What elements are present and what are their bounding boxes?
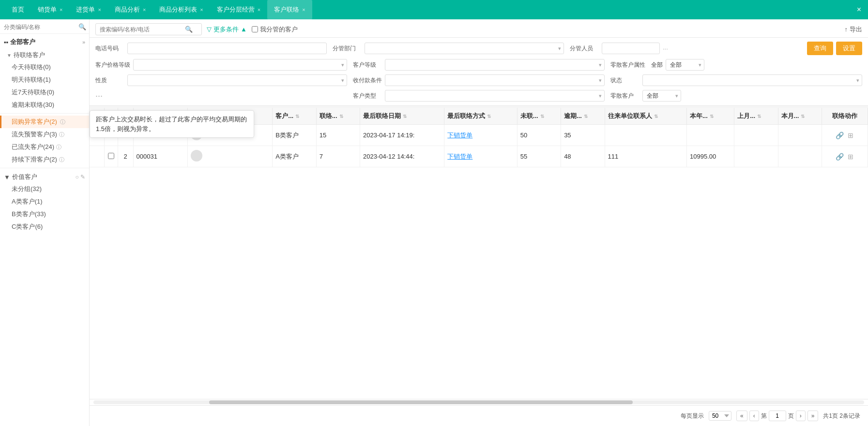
repurchase-info-icon[interactable]: ⓘ	[60, 118, 65, 126]
all-customers-header[interactable]: ▪▪ 全部客户 »	[0, 34, 89, 48]
row2-grid-icon[interactable]: ⊞	[848, 153, 853, 161]
scroll-track[interactable]	[93, 400, 864, 404]
filter-grade: 客户等级	[353, 59, 605, 71]
sidebar-item-declining[interactable]: 持续下滑客户(2) ⓘ	[0, 153, 89, 166]
sidebar-item-tomorrow[interactable]: 明天待联络(1)	[0, 73, 89, 86]
tab-analysis[interactable]: 商品分析 ×	[108, 0, 152, 19]
filter-payment: 收付款条件	[353, 74, 605, 86]
close-purchase-tab[interactable]: ×	[98, 7, 101, 13]
sort-contact: ⇅	[339, 114, 343, 119]
payment-select[interactable]	[385, 74, 605, 86]
row2-last-month	[734, 146, 778, 167]
row2-actions: 🔗 ⊞	[822, 146, 868, 167]
row1-link-icon[interactable]: 🔗	[836, 132, 844, 139]
sidebar-item-ungroup[interactable]: 未分组(32)	[0, 183, 89, 195]
filter-bar: 🔍 ▽ 更多条件 ▲ 我分管的客户 ↑ 导出	[90, 19, 868, 38]
phone-input[interactable]	[127, 43, 327, 54]
retail-customer-select[interactable]: 全部	[642, 90, 681, 102]
last-page-button[interactable]: »	[807, 411, 819, 421]
sidebar-item-repurchase-abnormal[interactable]: 回购异常客户(2) ⓘ	[0, 116, 89, 128]
row1-last-month	[734, 125, 778, 146]
sidebar-item-b-class[interactable]: B类客户(33)	[0, 208, 89, 220]
sidebar-item-overdue[interactable]: 逾期未联络(30)	[0, 99, 89, 111]
sidebar-item-c-class[interactable]: C类客户(6)	[0, 220, 89, 233]
close-customer-contact-tab[interactable]: ×	[302, 7, 305, 13]
sidebar-search-input[interactable]	[4, 24, 76, 30]
row2-pending: 55	[517, 146, 561, 167]
close-sales-tab[interactable]: ×	[60, 7, 62, 13]
grade-select[interactable]	[385, 59, 605, 71]
page-number-input[interactable]	[769, 411, 786, 421]
col-header-this-month[interactable]: 本月... ⇅	[778, 108, 822, 125]
row2-name	[188, 146, 273, 167]
sidebar-divider-2	[0, 168, 89, 168]
col-header-overdue[interactable]: 逾期... ⇅	[561, 108, 605, 125]
col-header-this-year[interactable]: 本年... ⇅	[686, 108, 734, 125]
manager-more-icon[interactable]: ···	[663, 45, 668, 52]
col-header-last-contact-method[interactable]: 最后联络方式 ⇅	[444, 108, 517, 125]
row1-company-contact	[605, 125, 686, 146]
col-header-type[interactable]: 客户... ⇅	[273, 108, 316, 125]
declining-info-icon[interactable]: ⓘ	[59, 156, 64, 163]
row1-overdue: 35	[561, 125, 605, 146]
window-close-button[interactable]: ×	[857, 5, 861, 14]
value-customer-group[interactable]: ▼ 价值客户 ○ ✎	[0, 170, 89, 183]
tab-home[interactable]: 首页	[5, 0, 31, 19]
pending-contact-group[interactable]: ▼ 待联络客户	[0, 48, 89, 61]
value-edit-icon[interactable]: ○ ✎	[75, 174, 85, 180]
row2-checkbox[interactable]	[108, 153, 114, 159]
prev-page-button[interactable]: ‹	[749, 411, 759, 421]
export-button[interactable]: ↑ 导出	[845, 25, 863, 34]
tab-sales[interactable]: 销货单 ×	[31, 0, 69, 19]
filter-row-3: 性质 收付款条件 状态	[95, 74, 862, 86]
filter-more-dots[interactable]: ···	[95, 91, 103, 101]
lost-info-icon[interactable]: ⓘ	[56, 144, 61, 151]
manager-input[interactable]	[602, 43, 660, 54]
sort-type: ⇅	[295, 114, 299, 119]
tab-customer-contact[interactable]: 客户联络 ×	[267, 0, 312, 19]
my-customers-checkbox[interactable]	[252, 26, 258, 32]
per-page-select[interactable]: 50 20 100	[709, 411, 731, 421]
row1-last-contact-date: 2023-04-17 14:19:	[360, 125, 444, 146]
first-page-button[interactable]: «	[736, 411, 747, 421]
scroll-thumb[interactable]	[209, 400, 633, 404]
more-conditions-button[interactable]: ▽ 更多条件 ▲	[207, 25, 247, 34]
search-input[interactable]	[100, 26, 182, 33]
tab-analysis-list[interactable]: 商品分析列表 ×	[152, 0, 210, 19]
settings-button[interactable]: 设置	[836, 42, 862, 55]
query-button[interactable]: 查询	[807, 42, 833, 55]
col-header-last-month[interactable]: 上月... ⇅	[734, 108, 778, 125]
close-analysis-list-tab[interactable]: ×	[200, 7, 203, 13]
close-customer-segment-tab[interactable]: ×	[258, 7, 260, 13]
sidebar-item-lost[interactable]: 已流失客户(24) ⓘ	[0, 141, 89, 153]
next-page-button[interactable]: ›	[796, 411, 806, 421]
sort-last-month: ⇅	[757, 114, 761, 119]
tab-customer-segment[interactable]: 客户分层经营 ×	[210, 0, 267, 19]
sidebar-item-week[interactable]: 近7天待联络(0)	[0, 86, 89, 99]
dept-select[interactable]	[365, 43, 564, 54]
sidebar-divider-1	[0, 113, 89, 114]
col-header-contact[interactable]: 联络... ⇅	[316, 108, 360, 125]
all-customers-icon: ▪▪	[4, 39, 8, 46]
close-analysis-tab[interactable]: ×	[143, 7, 146, 13]
row2-link-icon[interactable]: 🔗	[836, 153, 844, 161]
lost-warning-info-icon[interactable]: ⓘ	[59, 131, 64, 138]
retail-attr-select[interactable]: 全部	[666, 59, 704, 71]
sidebar-item-lost-warning[interactable]: 流失预警客户(3) ⓘ	[0, 128, 89, 141]
customer-type-select[interactable]	[385, 90, 605, 102]
value-arrow-icon: ▼	[4, 174, 10, 181]
tab-purchase[interactable]: 进货单 ×	[69, 0, 107, 19]
row1-type: B类客户	[273, 125, 316, 146]
collapse-icon[interactable]: »	[82, 39, 85, 45]
status-select[interactable]	[642, 74, 862, 86]
col-header-company-contact[interactable]: 往来单位联系人 ⇅	[605, 108, 686, 125]
price-grade-select[interactable]	[133, 59, 347, 71]
sidebar-search-icon: 🔍	[78, 23, 86, 30]
row1-grid-icon[interactable]: ⊞	[848, 132, 853, 139]
retail-attr-select-wrapper: 全部	[666, 59, 704, 71]
col-header-last-contact-date[interactable]: 最后联络日期 ⇅	[360, 108, 444, 125]
sidebar-item-today[interactable]: 今天待联络(0)	[0, 61, 89, 73]
sidebar-item-a-class[interactable]: A类客户(1)	[0, 195, 89, 208]
gender-select[interactable]	[127, 74, 347, 86]
col-header-pending[interactable]: 未联... ⇅	[517, 108, 561, 125]
